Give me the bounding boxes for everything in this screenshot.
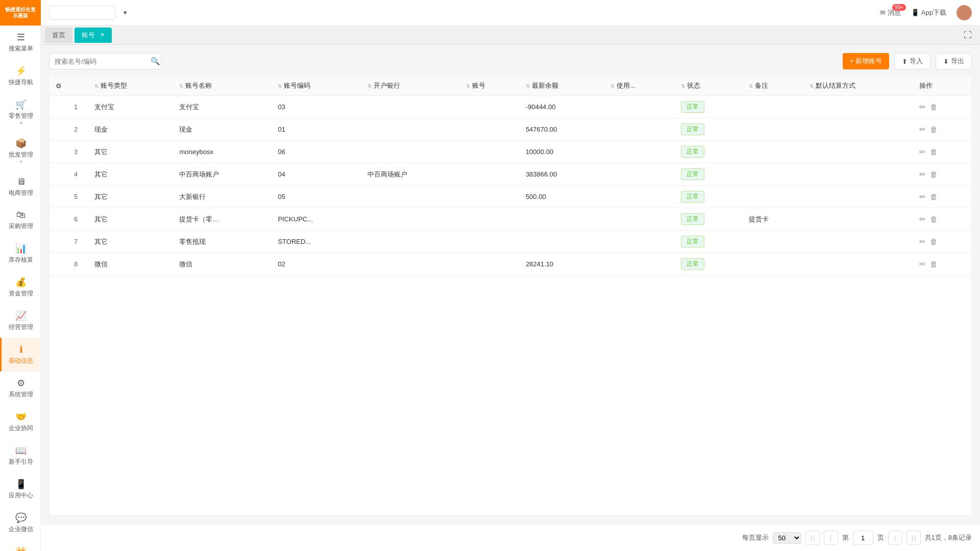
sidebar-label: 企业协同: [9, 424, 33, 433]
td-settings: [50, 118, 68, 141]
th-status[interactable]: ⇅状态: [675, 76, 742, 96]
sidebar-item-零售管理[interactable]: 🛒零售管理▾: [0, 93, 40, 132]
delete-button[interactable]: 🗑: [930, 125, 938, 134]
td-name: 现金: [173, 118, 272, 141]
page-last-button[interactable]: ⟩⟩: [906, 531, 921, 545]
page-prev-button[interactable]: ⟨: [824, 531, 838, 545]
th-account[interactable]: ⇅账号: [460, 76, 520, 96]
td-note: [743, 231, 803, 253]
td-code: 01: [272, 118, 361, 141]
edit-button[interactable]: ✏: [919, 215, 926, 224]
sidebar-item-经营管理[interactable]: 📈经营管理: [0, 304, 40, 338]
status-badge: 正常: [681, 213, 704, 225]
sidebar-item-企业微信[interactable]: 💬企业微信: [0, 506, 40, 540]
td-code: PICKUPC...: [272, 208, 361, 231]
search-button[interactable]: 🔍: [145, 57, 161, 66]
app-logo: 畅捷通好生意 乐惠版: [0, 0, 41, 26]
main-area: ▾ ✉ 消息 99+ 📱 App下载 首页账号✕⛶ 🔍: [41, 0, 980, 551]
sidebar-item-基础信息[interactable]: ℹ基础信息: [0, 338, 40, 371]
sidebar-icon: 💰: [15, 277, 27, 288]
export-button[interactable]: ⬇ 导出: [936, 53, 972, 69]
td-settings: [50, 208, 68, 231]
sidebar-item-采购管理[interactable]: 🛍采购管理: [0, 204, 40, 237]
sidebar-item-系统管理[interactable]: ⚙系统管理: [0, 371, 40, 405]
user-avatar[interactable]: [957, 5, 972, 20]
delete-button[interactable]: 🗑: [930, 170, 938, 179]
page-number-input[interactable]: [853, 531, 873, 545]
td-bank: [361, 141, 460, 163]
td-balance: [520, 231, 604, 253]
delete-button[interactable]: 🗑: [930, 192, 938, 202]
sidebar-item-新手引导[interactable]: 📖新手引导: [0, 439, 40, 472]
th-settings[interactable]: ⚙: [50, 76, 68, 96]
table-row: 5 其它 大新银行 05 500.00 正常 ✏ 🗑: [50, 186, 971, 208]
th-settlement[interactable]: ⇅默认结算方式: [803, 76, 914, 96]
th-note[interactable]: ⇅备注: [743, 76, 803, 96]
th-num: [68, 76, 88, 96]
td-num: 6: [68, 208, 88, 231]
td-bank: 中百商场账户: [361, 163, 460, 186]
page-size-select[interactable]: 50 100: [773, 532, 801, 544]
edit-button[interactable]: ✏: [919, 192, 926, 202]
search-input[interactable]: [50, 58, 145, 65]
edit-button[interactable]: ✏: [919, 170, 926, 179]
sidebar-item-企业协同[interactable]: 🤝企业协同: [0, 405, 40, 439]
td-account: [460, 118, 520, 141]
th-type[interactable]: ⇅账号类型: [88, 76, 173, 96]
edit-button[interactable]: ✏: [919, 125, 926, 134]
table-header: ⚙ ⇅账号类型 ⇅账号名称 ⇅账号编码 ⇅开户银行 ⇅账号 ⇅最新余额 ⇅使用.…: [50, 76, 971, 96]
sidebar-item-批发管理[interactable]: 📦批发管理▾: [0, 132, 40, 170]
sidebar-item-搜索菜单[interactable]: ☰搜索菜单: [0, 26, 40, 59]
td-settlement: [803, 118, 914, 141]
tab-label: 首页: [52, 31, 65, 40]
edit-button[interactable]: ✏: [919, 103, 926, 112]
td-type: 其它: [88, 231, 173, 253]
td-action: ✏ 🗑: [913, 96, 971, 118]
td-usage: [604, 208, 675, 231]
td-code: 04: [272, 163, 361, 186]
app-download-button[interactable]: 📱 App下载: [911, 8, 946, 17]
sidebar-label: 基础信息: [9, 357, 33, 365]
td-usage: [604, 141, 675, 163]
tab-expand-button[interactable]: ⛶: [960, 31, 976, 40]
td-name: moneybosx: [173, 141, 272, 163]
td-status: 正常: [675, 186, 742, 208]
sidebar-item-快捷导航[interactable]: ⚡快捷导航: [0, 59, 40, 93]
sidebar-item-畅会员[interactable]: 👑畅会员: [0, 540, 40, 551]
sidebar-item-库存核算[interactable]: 📊库存核算: [0, 237, 40, 270]
td-account: [460, 253, 520, 276]
tab-账号[interactable]: 账号✕: [75, 28, 112, 43]
topbar-dropdown[interactable]: ▾: [124, 9, 127, 16]
sidebar-item-资金管理[interactable]: 💰资金管理: [0, 270, 40, 304]
table-row: 4 其它 中百商场账户 04 中百商场账户 383866.00 正常 ✏ 🗑: [50, 163, 971, 186]
sidebar-label: 批发管理: [9, 151, 33, 159]
export-icon: ⬇: [943, 58, 949, 65]
th-code[interactable]: ⇅账号编码: [272, 76, 361, 96]
tab-close-button[interactable]: ✕: [100, 32, 105, 38]
message-button[interactable]: ✉ 消息 99+: [880, 8, 901, 17]
status-badge: 正常: [681, 168, 704, 180]
add-account-button[interactable]: + 新增账号: [843, 53, 889, 69]
tab-首页[interactable]: 首页: [45, 28, 72, 43]
sidebar-item-应用中心[interactable]: 📱应用中心: [0, 472, 40, 506]
page-first-button[interactable]: ⟨⟨: [805, 531, 820, 545]
page-next-button[interactable]: ⟩: [888, 531, 902, 545]
th-balance[interactable]: ⇅最新余额: [520, 76, 604, 96]
edit-button[interactable]: ✏: [919, 260, 926, 269]
topbar-search-input[interactable]: [49, 6, 115, 20]
import-button[interactable]: ⬆ 导入: [894, 53, 930, 69]
th-name[interactable]: ⇅账号名称: [173, 76, 272, 96]
delete-button[interactable]: 🗑: [930, 147, 938, 157]
delete-button[interactable]: 🗑: [930, 237, 938, 246]
sidebar-item-电商管理[interactable]: 🖥电商管理: [0, 170, 40, 204]
edit-button[interactable]: ✏: [919, 147, 926, 157]
delete-button[interactable]: 🗑: [930, 260, 938, 269]
edit-button[interactable]: ✏: [919, 237, 926, 246]
th-usage[interactable]: ⇅使用...: [604, 76, 675, 96]
th-bank[interactable]: ⇅开户银行: [361, 76, 460, 96]
td-settlement: [803, 96, 914, 118]
td-num: 4: [68, 163, 88, 186]
delete-button[interactable]: 🗑: [930, 103, 938, 112]
td-action: ✏ 🗑: [913, 141, 971, 163]
delete-button[interactable]: 🗑: [930, 215, 938, 224]
